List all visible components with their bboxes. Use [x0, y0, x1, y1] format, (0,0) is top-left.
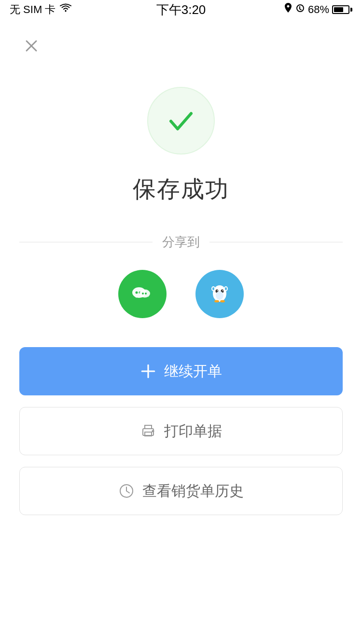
svg-point-11 [217, 290, 218, 291]
share-label: 分享到 [162, 234, 200, 251]
svg-point-18 [212, 287, 214, 290]
continue-label: 继续开单 [164, 362, 222, 381]
status-time: 下午3:20 [156, 1, 206, 18]
qq-icon [206, 280, 234, 308]
share-divider: 分享到 [19, 234, 343, 251]
battery-text: 68% [308, 3, 329, 16]
clock-icon [118, 483, 135, 499]
success-section: 保存成功 [0, 58, 362, 205]
svg-point-19 [225, 287, 227, 290]
location-icon [284, 3, 292, 16]
svg-point-3 [136, 292, 138, 294]
svg-point-25 [153, 431, 154, 432]
actions-section: 继续开单 打印单据 查看销货单历史 [0, 318, 362, 515]
carrier-text: 无 SIM 卡 [10, 2, 56, 17]
wechat-icon [128, 280, 156, 308]
battery-icon [332, 5, 352, 14]
svg-point-7 [145, 293, 147, 294]
wifi-icon [59, 3, 72, 16]
history-label: 查看销货单历史 [142, 481, 244, 501]
svg-point-20 [216, 291, 223, 300]
printer-icon [140, 423, 156, 439]
svg-point-6 [142, 293, 144, 294]
share-icons [19, 270, 343, 318]
print-button[interactable]: 打印单据 [19, 407, 343, 455]
svg-point-12 [223, 290, 223, 291]
qq-share-button[interactable] [195, 270, 244, 318]
status-bar: 无 SIM 卡 下午3:20 68% [0, 0, 362, 19]
continue-button[interactable]: 继续开单 [19, 347, 343, 395]
success-circle [147, 87, 215, 154]
wechat-share-button[interactable] [118, 270, 167, 318]
checkmark-icon [164, 104, 198, 138]
share-section: 分享到 [0, 234, 362, 318]
success-title: 保存成功 [133, 174, 229, 205]
status-left: 无 SIM 卡 [10, 2, 72, 17]
svg-point-15 [220, 300, 225, 303]
plus-icon [140, 363, 156, 379]
close-area [0, 19, 362, 58]
svg-point-14 [214, 300, 219, 303]
print-label: 打印单据 [164, 421, 222, 441]
history-button[interactable]: 查看销货单历史 [19, 467, 343, 515]
status-right: 68% [284, 3, 352, 16]
alarm-icon [295, 3, 305, 16]
close-button[interactable] [19, 34, 43, 58]
